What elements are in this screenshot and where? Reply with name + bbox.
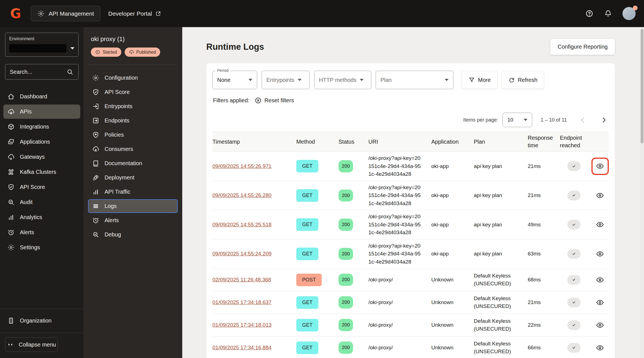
view-log-button[interactable]	[591, 187, 609, 204]
notifications-icon[interactable]	[604, 9, 612, 18]
timestamp-link[interactable]: 01/09/2025 17:34:16.884	[212, 345, 271, 350]
view-log-button[interactable]	[591, 271, 609, 288]
application-cell: oki-app	[431, 162, 474, 170]
primary-sidebar: Environment Search... Dashboard APIs	[0, 27, 84, 358]
api-menu-item[interactable]: Configuration	[88, 71, 178, 85]
scrollbar[interactable]	[640, 27, 644, 358]
entrypoints-filter[interactable]: Entrypoints	[262, 71, 310, 89]
more-filters-button[interactable]: More	[462, 71, 497, 89]
view-log-button[interactable]	[591, 216, 609, 233]
timestamp-link[interactable]: 01/09/2025 17:34:18.637	[212, 299, 271, 305]
scrollbar-thumb[interactable]	[641, 29, 643, 143]
chevron-down-icon	[524, 119, 527, 121]
api-menu-item[interactable]: Policies	[88, 128, 178, 142]
pagination-range: 1 – 10 of 11	[541, 117, 567, 123]
search-input[interactable]: Search...	[5, 64, 79, 80]
view-log-button[interactable]	[591, 158, 609, 175]
endpoint-reached-check	[567, 161, 581, 171]
sidebar-item[interactable]: Dashboard	[3, 89, 80, 104]
check-icon	[571, 345, 577, 350]
eye-icon	[596, 276, 604, 284]
uri-cell: /oki-proxy?api-key=20151c4e-29d4-434a-95…	[368, 242, 426, 266]
method-badge: GET	[296, 160, 318, 172]
http-methods-filter[interactable]: HTTP methods	[314, 71, 371, 89]
sidebar-item[interactable]: Alerts	[3, 225, 80, 240]
api-menu-item-label: Deployment	[105, 174, 134, 181]
sidebar-item[interactable]: API Score	[3, 180, 80, 194]
status-code-badge: 200	[338, 296, 353, 309]
api-menu-item[interactable]: Endpoints	[88, 114, 178, 127]
timestamp-link[interactable]: 09/09/2025 14:55:26.971	[212, 163, 271, 169]
response-time-cell: 21ms	[528, 298, 560, 307]
timestamp-link[interactable]: 09/09/2025 14:55:26.280	[212, 192, 271, 198]
api-status-badges: Started Published	[91, 48, 175, 57]
method-badge: GET	[296, 296, 318, 309]
sidebar-item[interactable]: Applications	[3, 135, 80, 149]
api-title: oki proxy (1)	[91, 35, 175, 43]
plan-cell: Default Keyless (UNSECURED)	[474, 272, 528, 288]
status-code-badge: 200	[338, 189, 353, 202]
view-log-button[interactable]	[591, 294, 609, 311]
avatar[interactable]	[622, 7, 636, 20]
pagination-bar: Items per page: 10 1 – 10 of 11	[212, 113, 609, 127]
shield-star-icon	[92, 131, 100, 139]
application-cell: Unknown	[431, 276, 474, 284]
period-filter[interactable]: Period None	[212, 71, 257, 89]
plan-filter[interactable]: Plan	[376, 71, 453, 89]
plan-cell: api key plan	[474, 250, 528, 258]
refresh-button[interactable]: Refresh	[502, 71, 544, 89]
view-log-button[interactable]	[591, 245, 609, 262]
sidebar-item[interactable]: Analytics	[3, 210, 80, 224]
gravitee-logo[interactable]: G	[8, 6, 23, 22]
sidebar-item-label: Dashboard	[20, 93, 47, 100]
response-time-cell: 49ms	[528, 221, 560, 229]
previous-page-button[interactable]	[579, 116, 587, 124]
api-management-button[interactable]: API Management	[31, 6, 100, 21]
sidebar-item[interactable]: APIs	[3, 105, 80, 119]
timestamp-link[interactable]: 09/09/2025 14:55:25.518	[212, 222, 271, 227]
sidebar-item-organization[interactable]: Organization	[3, 314, 80, 328]
api-menu-item[interactable]: Entrypoints	[88, 99, 178, 113]
api-menu-item[interactable]: Debug	[88, 228, 178, 241]
more-filters-label: More	[478, 77, 491, 83]
column-header: URI	[368, 136, 431, 148]
sidebar-item[interactable]: Kafka Clusters	[3, 165, 80, 179]
reset-filters-button[interactable]: Reset filters	[254, 97, 294, 104]
help-icon[interactable]	[585, 9, 594, 18]
table-row: 09/09/2025 14:55:26.280 GET 200 /oki-pro…	[212, 181, 609, 210]
timestamp-link[interactable]: 02/09/2025 11:26:48.368	[212, 277, 271, 283]
alarm-icon	[7, 229, 15, 236]
timestamp-link[interactable]: 01/09/2025 17:34:18.013	[212, 322, 271, 328]
sidebar-item[interactable]: Settings	[3, 240, 80, 255]
api-menu-item[interactable]: API Traffic	[88, 185, 178, 199]
view-log-button[interactable]	[591, 339, 609, 356]
timestamp-link[interactable]: 09/09/2025 14:55:24.209	[212, 251, 271, 257]
view-log-button[interactable]	[591, 316, 609, 334]
sidebar-item[interactable]: Integrations	[3, 120, 80, 134]
developer-portal-link[interactable]: Developer Portal	[108, 10, 161, 17]
sidebar-item-label: Analytics	[20, 214, 42, 221]
refresh-label: Refresh	[518, 77, 538, 83]
check-icon	[571, 163, 577, 169]
environment-select[interactable]: Environment	[5, 33, 79, 57]
next-page-button[interactable]	[600, 116, 608, 124]
sidebar-item[interactable]: Audit	[3, 195, 80, 209]
api-menu-item[interactable]: Deployment	[88, 171, 178, 184]
api-menu-item-label: Consumers	[105, 146, 133, 152]
endpoint-reached-check	[567, 220, 581, 229]
collapse-menu-button[interactable]: Collapse menu	[5, 337, 58, 352]
api-menu-item[interactable]: Documentation	[88, 157, 178, 170]
eye-icon	[596, 343, 604, 352]
status-code-badge: 200	[338, 160, 353, 172]
api-menu-item[interactable]: Consumers	[88, 142, 178, 156]
api-menu-item[interactable]: API Score	[88, 85, 178, 99]
api-menu-item[interactable]: Logs	[88, 199, 178, 213]
eye-icon	[596, 250, 604, 258]
column-header: Response time	[528, 132, 560, 151]
response-time-cell: 21ms	[528, 162, 560, 170]
check-icon	[571, 322, 577, 328]
page-size-select[interactable]: 10	[503, 113, 532, 127]
configure-reporting-button[interactable]: Configure Reporting	[550, 39, 615, 55]
api-menu-item[interactable]: Alerts	[88, 214, 178, 227]
sidebar-item[interactable]: Gateways	[3, 150, 80, 164]
